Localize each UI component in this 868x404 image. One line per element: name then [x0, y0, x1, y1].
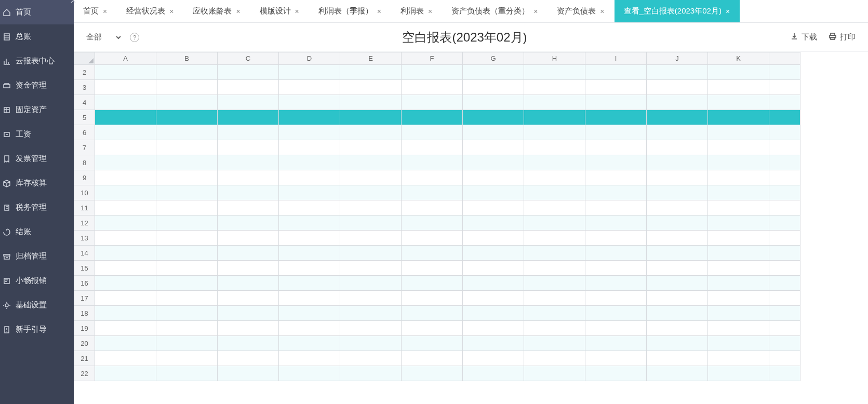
cell[interactable]	[585, 200, 647, 216]
cell[interactable]	[585, 125, 647, 140]
cell[interactable]	[463, 110, 524, 125]
cell[interactable]	[769, 261, 800, 276]
cell[interactable]	[340, 291, 402, 306]
cell[interactable]	[708, 140, 769, 155]
spreadsheet[interactable]: ABCDEFGHIJK 2345678910111213141516171819…	[74, 52, 868, 404]
col-header[interactable]: H	[524, 52, 585, 65]
cell[interactable]	[279, 80, 340, 95]
cell[interactable]	[95, 261, 156, 276]
cell[interactable]	[402, 276, 463, 291]
cell[interactable]	[585, 336, 647, 351]
cell[interactable]	[218, 306, 279, 321]
cell[interactable]	[585, 261, 647, 276]
cell[interactable]	[769, 65, 800, 80]
cell[interactable]	[585, 170, 647, 185]
cell[interactable]	[279, 95, 340, 110]
cell[interactable]	[524, 140, 585, 155]
cell[interactable]	[708, 351, 769, 366]
cell[interactable]	[585, 95, 647, 110]
cell[interactable]	[95, 336, 156, 351]
row-header[interactable]: 13	[74, 231, 95, 246]
row-header[interactable]: 22	[74, 366, 95, 381]
cell[interactable]	[95, 306, 156, 321]
cell[interactable]	[95, 200, 156, 216]
close-icon[interactable]: ×	[236, 7, 240, 16]
cell[interactable]	[463, 140, 524, 155]
cell[interactable]	[769, 185, 800, 200]
cell[interactable]	[463, 261, 524, 276]
tab[interactable]: 首页×	[74, 0, 117, 22]
close-icon[interactable]: ×	[169, 7, 173, 16]
cell[interactable]	[340, 216, 402, 231]
cell[interactable]	[585, 110, 647, 125]
cell[interactable]	[463, 170, 524, 185]
cell[interactable]	[769, 155, 800, 170]
cell[interactable]	[524, 185, 585, 200]
cell[interactable]	[402, 95, 463, 110]
cell[interactable]	[708, 80, 769, 95]
cell[interactable]	[95, 185, 156, 200]
cell[interactable]	[647, 321, 708, 336]
cell[interactable]	[156, 65, 218, 80]
close-icon[interactable]: ×	[428, 7, 432, 16]
download-button[interactable]: 下载	[790, 32, 817, 42]
cell[interactable]	[279, 125, 340, 140]
row-header[interactable]: 5	[74, 110, 95, 125]
cell[interactable]	[769, 246, 800, 261]
cell[interactable]	[218, 261, 279, 276]
sidebar-item-settings[interactable]: 基础设置	[0, 293, 74, 317]
cell[interactable]	[708, 170, 769, 185]
cell[interactable]	[708, 366, 769, 381]
sidebar-item-tax[interactable]: 税务管理	[0, 195, 74, 220]
cell[interactable]	[708, 291, 769, 306]
cell[interactable]	[463, 351, 524, 366]
cell[interactable]	[156, 155, 218, 170]
cell[interactable]	[647, 170, 708, 185]
cell[interactable]	[708, 276, 769, 291]
cell[interactable]	[769, 231, 800, 246]
sidebar-item-guide[interactable]: 新手引导	[0, 317, 74, 342]
cell[interactable]	[402, 140, 463, 155]
cell[interactable]	[156, 336, 218, 351]
cell[interactable]	[402, 366, 463, 381]
cell[interactable]	[279, 140, 340, 155]
cell[interactable]	[156, 306, 218, 321]
cell[interactable]	[769, 170, 800, 185]
cell[interactable]	[647, 140, 708, 155]
cell[interactable]	[95, 321, 156, 336]
cell[interactable]	[156, 321, 218, 336]
cell[interactable]	[340, 246, 402, 261]
tab[interactable]: 经营状况表×	[117, 0, 183, 22]
cell[interactable]	[402, 231, 463, 246]
cell[interactable]	[524, 351, 585, 366]
cell[interactable]	[156, 80, 218, 95]
cell[interactable]	[340, 140, 402, 155]
cell[interactable]	[647, 231, 708, 246]
row-header[interactable]: 17	[74, 291, 95, 306]
cell[interactable]	[769, 366, 800, 381]
cell[interactable]	[524, 276, 585, 291]
cell[interactable]	[95, 276, 156, 291]
cell[interactable]	[279, 276, 340, 291]
col-header[interactable]: K	[708, 52, 769, 65]
cell[interactable]	[463, 321, 524, 336]
cell[interactable]	[463, 291, 524, 306]
cell[interactable]	[218, 291, 279, 306]
cell[interactable]	[647, 246, 708, 261]
cell[interactable]	[647, 80, 708, 95]
cell[interactable]	[524, 110, 585, 125]
cell[interactable]	[585, 231, 647, 246]
row-header[interactable]: 2	[74, 65, 95, 80]
row-header[interactable]: 10	[74, 185, 95, 200]
cell[interactable]	[769, 95, 800, 110]
cell[interactable]	[708, 185, 769, 200]
cell[interactable]	[218, 155, 279, 170]
cell[interactable]	[340, 321, 402, 336]
cell[interactable]	[463, 155, 524, 170]
cell[interactable]	[402, 110, 463, 125]
cell[interactable]	[647, 336, 708, 351]
cell[interactable]	[708, 155, 769, 170]
row-header[interactable]: 16	[74, 276, 95, 291]
close-icon[interactable]: ×	[533, 7, 538, 16]
cell[interactable]	[524, 200, 585, 216]
